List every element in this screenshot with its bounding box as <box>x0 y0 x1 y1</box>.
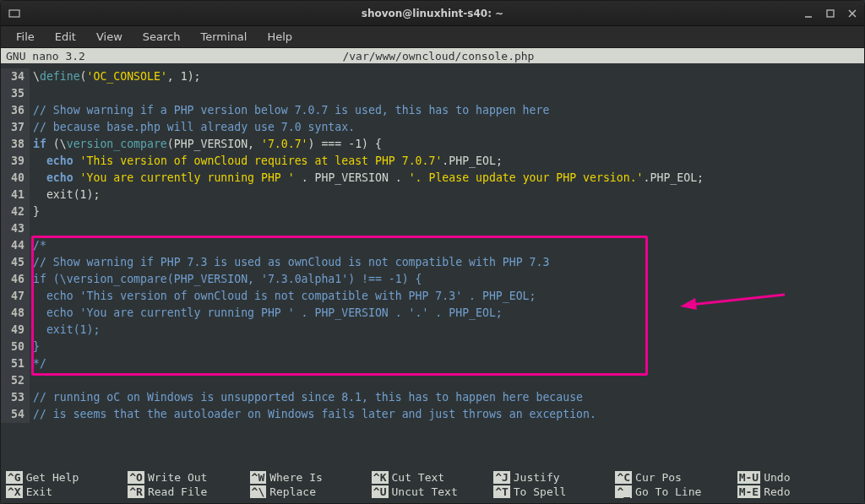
code-content[interactable] <box>30 372 33 389</box>
code-content[interactable]: // Show warning if a PHP version below 7… <box>30 102 549 119</box>
code-line[interactable]: 52 <box>1 372 864 389</box>
maximize-icon[interactable] <box>824 7 837 20</box>
code-line[interactable]: 41 exit(1); <box>1 187 864 203</box>
line-number: 35 <box>1 85 30 102</box>
code-content[interactable]: } <box>30 203 40 220</box>
menu-view[interactable]: View <box>88 29 131 45</box>
line-number: 41 <box>1 187 30 203</box>
code-content[interactable]: // is seems that the autoloader on Windo… <box>30 406 596 423</box>
code-line[interactable]: 48 echo 'You are currently running PHP '… <box>1 305 864 322</box>
shortcut-label: Uncut Text <box>392 485 458 498</box>
code-content[interactable]: /* <box>30 237 46 254</box>
code-content[interactable]: */ <box>30 355 46 372</box>
shortcut-key: ^C <box>615 471 632 484</box>
code-line[interactable]: 51*/ <box>1 355 864 372</box>
menubar: File Edit View Search Terminal Help <box>1 26 864 48</box>
code-line[interactable]: 43 <box>1 220 864 237</box>
shortcut-key: ^T <box>493 485 510 498</box>
code-line[interactable]: 54// is seems that the autoloader on Win… <box>1 406 864 423</box>
nano-shortcut: ^C Cur Pos <box>615 471 737 484</box>
close-icon[interactable] <box>846 7 859 20</box>
shortcut-label: Redo <box>764 485 790 498</box>
line-number: 40 <box>1 170 30 187</box>
nano-shortcut: ^_ Go To Line <box>615 485 737 498</box>
menu-help[interactable]: Help <box>258 29 301 45</box>
shortcut-label: Cur Pos <box>635 471 682 484</box>
code-content[interactable]: if (\version_compare(PHP_VERSION, '7.3.0… <box>30 271 422 288</box>
shortcut-label: Read File <box>148 485 207 498</box>
code-content[interactable]: } <box>30 339 40 355</box>
code-line[interactable]: 40 echo 'You are currently running PHP '… <box>1 170 864 187</box>
shortcut-key: ^U <box>372 485 389 498</box>
line-number: 52 <box>1 372 30 389</box>
line-number: 45 <box>1 254 30 271</box>
shortcut-key: ^R <box>128 485 144 498</box>
nano-shortcut: ^O Write Out <box>128 471 249 484</box>
line-number: 48 <box>1 305 30 322</box>
shortcut-label: Cut Text <box>392 471 445 484</box>
code-line[interactable]: 34\define('OC_CONSOLE', 1); <box>1 68 864 85</box>
code-content[interactable]: exit(1); <box>30 187 100 203</box>
code-content[interactable] <box>30 220 33 237</box>
shortcut-label: Justify <box>514 471 560 484</box>
nano-shortcut: ^G Get Help <box>6 471 128 484</box>
line-number: 51 <box>1 355 30 372</box>
line-number: 36 <box>1 102 30 119</box>
shortcut-key: ^G <box>6 471 23 484</box>
code-content[interactable]: // Show warning if PHP 7.3 is used as ow… <box>30 254 549 271</box>
code-content[interactable]: echo 'You are currently running PHP ' . … <box>30 305 503 322</box>
nano-shortcut: ^W Where Is <box>250 471 372 484</box>
nano-shortcut: ^T To Spell <box>493 485 615 498</box>
line-number: 54 <box>1 406 30 423</box>
code-line[interactable]: 37// because base.php will already use 7… <box>1 119 864 136</box>
code-line[interactable]: 47 echo 'This version of ownCloud is not… <box>1 288 864 305</box>
code-line[interactable]: 46if (\version_compare(PHP_VERSION, '7.3… <box>1 271 864 288</box>
menu-file[interactable]: File <box>8 29 43 45</box>
shortcut-key: ^W <box>250 471 267 484</box>
minimize-icon[interactable] <box>802 7 815 20</box>
code-content[interactable]: \define('OC_CONSOLE', 1); <box>30 68 201 85</box>
code-content[interactable]: if (\version_compare(PHP_VERSION, '7.0.7… <box>30 136 382 153</box>
shortcut-label: Exit <box>26 485 52 498</box>
window-controls-right <box>802 7 859 20</box>
code-content[interactable]: // because base.php will already use 7.0… <box>30 119 355 136</box>
shortcut-label: Undo <box>764 471 790 484</box>
shortcut-key: ^K <box>372 471 389 484</box>
window-titlebar: shovon@linuxhint-s40: ~ <box>1 1 864 26</box>
line-number: 46 <box>1 271 30 288</box>
code-line[interactable]: 38if (\version_compare(PHP_VERSION, '7.0… <box>1 136 864 153</box>
menu-edit[interactable]: Edit <box>46 29 84 45</box>
code-line[interactable]: 49 exit(1); <box>1 322 864 339</box>
editor-area[interactable]: 34\define('OC_CONSOLE', 1);3536// Show w… <box>1 63 864 469</box>
shortcut-label: Where Is <box>269 471 323 484</box>
window-menu-icon[interactable] <box>8 7 21 20</box>
svg-rect-0 <box>9 10 19 17</box>
nano-shortcut: M-U Undo <box>737 471 859 484</box>
nano-shortcut: ^R Read File <box>128 485 249 498</box>
svg-rect-2 <box>827 10 834 17</box>
code-line[interactable]: 45// Show warning if PHP 7.3 is used as … <box>1 254 864 271</box>
code-content[interactable] <box>30 85 33 102</box>
shortcut-key: ^X <box>6 485 23 498</box>
menu-terminal[interactable]: Terminal <box>192 29 255 45</box>
terminal-window: shovon@linuxhint-s40: ~ File Edit View S… <box>0 0 865 504</box>
code-content[interactable]: echo 'This version of ownCloud requires … <box>30 153 503 170</box>
code-content[interactable]: echo 'You are currently running PHP ' . … <box>30 170 704 187</box>
code-line[interactable]: 35 <box>1 85 864 102</box>
code-content[interactable]: exit(1); <box>30 322 100 339</box>
nano-shortcut: ^K Cut Text <box>372 471 493 484</box>
code-line[interactable]: 53// running oC on Windows is unsupporte… <box>1 389 864 406</box>
line-number: 39 <box>1 153 30 170</box>
line-number: 44 <box>1 237 30 254</box>
code-content[interactable]: // running oC on Windows is unsupported … <box>30 389 583 406</box>
code-content[interactable]: echo 'This version of ownCloud is not co… <box>30 288 536 305</box>
shortcut-label: Replace <box>269 485 316 498</box>
code-line[interactable]: 39 echo 'This version of ownCloud requir… <box>1 153 864 170</box>
line-number: 50 <box>1 339 30 355</box>
code-line[interactable]: 42} <box>1 203 864 220</box>
nano-shortcut: ^U Uncut Text <box>372 485 493 498</box>
menu-search[interactable]: Search <box>134 29 189 45</box>
code-line[interactable]: 44/* <box>1 237 864 254</box>
code-line[interactable]: 50} <box>1 339 864 355</box>
code-line[interactable]: 36// Show warning if a PHP version below… <box>1 102 864 119</box>
